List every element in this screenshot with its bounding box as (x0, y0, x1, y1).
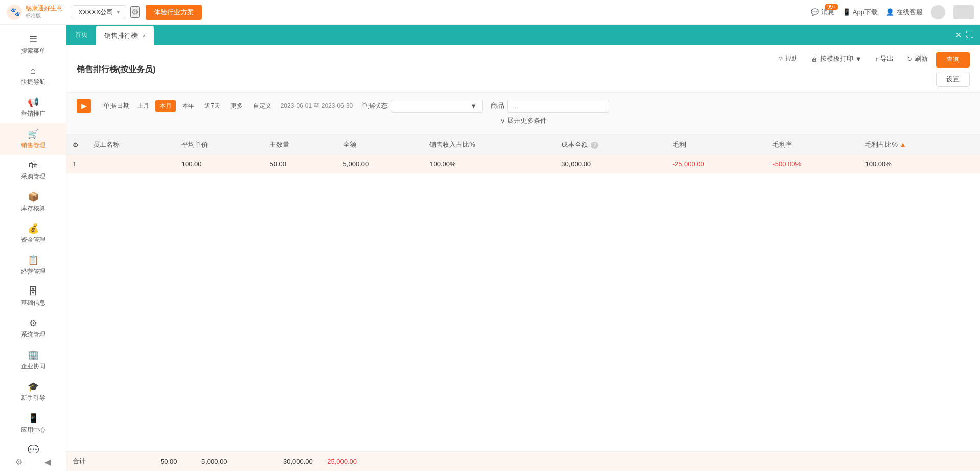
sidebar-label-purchase: 采购管理 (21, 172, 45, 181)
cell-rank: 1 (66, 155, 87, 173)
sidebar-item-marketing[interactable]: 📢 营销推广 (0, 92, 66, 123)
date-tab-last-7[interactable]: 近7天 (200, 100, 224, 112)
export-btn[interactable]: ↑ 导出 (871, 52, 898, 65)
sidebar-label-inventory: 库存核算 (21, 204, 45, 213)
sidebar-item-app-center[interactable]: 📱 应用中心 (0, 408, 66, 439)
status-filter: 单据状态 ▼ (361, 100, 483, 113)
sidebar-item-purchase[interactable]: 🛍 采购管理 (0, 155, 66, 186)
avatar[interactable] (931, 5, 945, 19)
data-table: ⚙ 员工名称 平均单价 主数量 (66, 135, 980, 173)
expand-conditions-btn[interactable]: ∨ 展开更多条件 (500, 116, 547, 125)
status-select[interactable]: ▼ (391, 100, 483, 113)
table-header-row: ⚙ 员工名称 平均单价 主数量 (66, 135, 980, 155)
export-icon: ↑ (875, 55, 879, 63)
sidebar-footer: ⚙ ◀ (0, 453, 66, 471)
tab-close-all-btn[interactable]: ✕ (955, 30, 962, 40)
cell-avg-price: 100.00 (175, 155, 264, 173)
tab-home[interactable]: 首页 (66, 25, 96, 45)
col-gross-pct: 毛利占比% ▲ (859, 135, 980, 155)
date-label: 单据日期 (103, 101, 130, 110)
system-icon: ⚙ (29, 318, 37, 329)
goods-filter: 商品 ... (491, 100, 609, 113)
cell-sales-pct: 100.00% (423, 155, 555, 173)
logo-text: 畅康通好生意 (26, 5, 62, 13)
col-qty: 主数量 (263, 135, 336, 155)
expand-arrow-icon: ∨ (500, 117, 505, 125)
table-area: ⚙ 员工名称 平均单价 主数量 (66, 135, 980, 451)
col-sales-pct: 销售收入占比% (423, 135, 555, 155)
quick-nav-icon: ⌂ (30, 65, 36, 76)
column-settings-icon[interactable]: ⚙ (73, 141, 79, 149)
messages-btn[interactable]: 💬 消息 99+ (811, 8, 834, 17)
company-selector[interactable]: XXXXX公司 ▼ (73, 5, 126, 19)
date-tab-custom[interactable]: 自定义 (249, 100, 276, 112)
page-title: 销售排行榜(按业务员) (77, 64, 156, 75)
sidebar-item-quick-nav[interactable]: ⌂ 快捷导航 (0, 60, 66, 92)
cell-qty: 50.00 (263, 155, 336, 173)
user-name-area (953, 5, 974, 19)
sidebar-label-base-info: 基础信息 (21, 299, 45, 307)
cell-gross-pct: 100.00% (859, 155, 980, 173)
sidebar-collapse-btn[interactable]: ◀ (44, 457, 51, 467)
col-settings[interactable]: ⚙ (66, 135, 87, 155)
expand-btn-label: 展开更多条件 (507, 116, 547, 125)
date-tab-last-month[interactable]: 上月 (133, 100, 153, 112)
page-content: 销售排行榜(按业务员) ? 帮助 🖨 按模板打印 ▼ (66, 45, 980, 471)
sidebar-label-app-center: 应用中心 (21, 425, 45, 434)
sidebar-label-search-orders: 搜索菜单 (21, 47, 45, 55)
sidebar-item-guide[interactable]: 🎓 新手引导 (0, 376, 66, 408)
sidebar-label-operations: 经营管理 (21, 267, 45, 276)
sidebar-item-enterprise[interactable]: 🏢 企业协同 (0, 344, 66, 376)
company-settings-btn[interactable]: ⚙ (130, 6, 140, 18)
app-icon: 📱 (842, 8, 851, 16)
app-download-label: App下载 (853, 8, 878, 17)
sidebar-item-operations[interactable]: 📋 经营管理 (0, 250, 66, 281)
tab-bar: 首页 销售排行榜 × ✕ ⛶ (66, 25, 980, 45)
sidebar-label-system: 系统管理 (21, 330, 45, 339)
company-name: XXXXX公司 (78, 8, 113, 17)
sidebar-item-search-orders[interactable]: ☰ 搜索菜单 (0, 29, 66, 60)
sidebar-label-marketing: 营销推广 (21, 109, 45, 118)
date-tab-this-year[interactable]: 本年 (178, 100, 198, 112)
app-download-btn[interactable]: 📱 App下载 (842, 8, 878, 17)
settings-btn[interactable]: 设置 (936, 72, 970, 87)
search-orders-icon: ☰ (29, 34, 37, 45)
messages-badge: 99+ (825, 4, 838, 10)
help-btn[interactable]: ? 帮助 (774, 52, 802, 65)
sidebar-item-sales[interactable]: 🛒 销售管理 (0, 123, 66, 155)
gross-pct-sort-icon[interactable]: ▲ (900, 141, 906, 148)
sidebar-item-system[interactable]: ⚙ 系统管理 (0, 312, 66, 344)
col-avg-price: 平均单价 (175, 135, 264, 155)
date-tab-more[interactable]: 更多 (226, 100, 247, 112)
online-support-btn[interactable]: 👤 在线客服 (886, 8, 923, 17)
sidebar-settings-btn[interactable]: ⚙ (15, 457, 22, 467)
tab-close-btn[interactable]: × (143, 33, 146, 39)
query-btn[interactable]: 查询 (936, 52, 970, 68)
cell-name (87, 155, 175, 173)
sidebar-item-finance[interactable]: 💰 资金管理 (0, 218, 66, 250)
toggle-arrow-btn[interactable]: ▶ (77, 99, 91, 113)
enterprise-icon: 🏢 (28, 349, 39, 361)
refresh-btn[interactable]: ↻ 刷新 (903, 52, 932, 65)
help-icon: ? (779, 55, 782, 63)
cost-help-icon[interactable]: ? (591, 142, 598, 149)
goods-placeholder: ... (513, 102, 518, 110)
col-gross: 毛利 (667, 135, 767, 155)
sidebar-item-base-info[interactable]: 🗄 基础信息 (0, 281, 66, 312)
print-dropdown-arrow: ▼ (855, 55, 862, 63)
tab-fullscreen-btn[interactable]: ⛶ (966, 30, 974, 39)
tab-sales-ranking[interactable]: 销售排行榜 × (96, 26, 154, 46)
sidebar-item-inventory[interactable]: 📦 库存核算 (0, 186, 66, 218)
trial-btn[interactable]: 体验行业方案 (146, 5, 202, 20)
sidebar-menu: ☰ 搜索菜单 ⌂ 快捷导航 📢 营销推广 🛒 销售管理 🛍 采购管理 (0, 25, 66, 453)
inventory-icon: 📦 (28, 191, 39, 203)
goods-input[interactable]: ... (507, 100, 609, 113)
date-filter: 单据日期 上月 本月 本年 近7天 更多 自定义 2023-06-01 至 20… (103, 100, 353, 112)
footer-qty: 50.00 (154, 458, 195, 465)
date-tab-this-month[interactable]: 本月 (155, 100, 176, 112)
print-btn[interactable]: 🖨 按模板打印 ▼ (807, 52, 866, 65)
footer-gross: -25,000.00 (319, 458, 363, 465)
sidebar-label-sales: 销售管理 (21, 141, 45, 150)
guide-icon: 🎓 (28, 381, 39, 392)
sidebar-item-wechat[interactable]: 💬 企业微信 (0, 439, 66, 453)
